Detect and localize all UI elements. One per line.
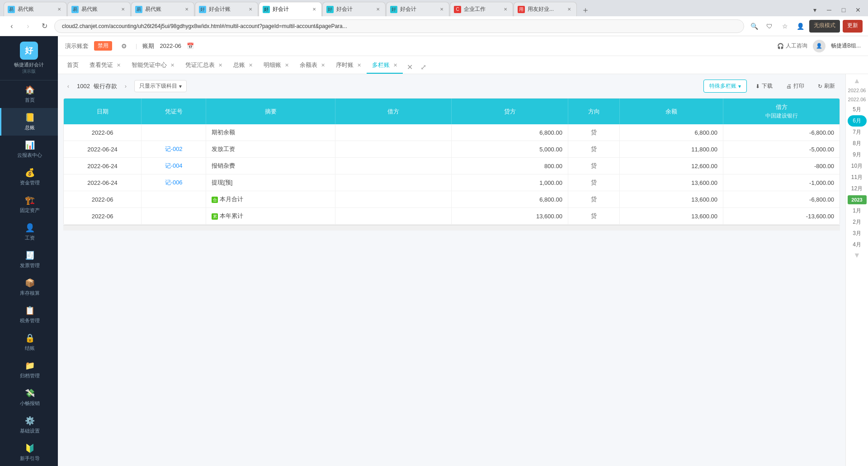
timeline-year-2023-badge[interactable]: 2023 bbox=[848, 195, 867, 204]
browser-tab-6[interactable]: 好 好会计 ✕ bbox=[322, 2, 386, 16]
wuhen-mode-button[interactable]: 无痕模式 bbox=[809, 20, 840, 33]
address-actions: 🔍 🛡 ☆ 👤 无痕模式 更新 bbox=[748, 20, 863, 33]
back-button[interactable]: ‹ bbox=[5, 20, 18, 33]
page-tab-voucher-close[interactable]: ✕ bbox=[117, 62, 121, 68]
page-tab-detail[interactable]: 明细账 ✕ bbox=[258, 57, 294, 74]
update-button[interactable]: 更新 bbox=[843, 20, 863, 33]
expand-panel-button[interactable]: ⤢ bbox=[416, 60, 430, 74]
sidebar-item-guide[interactable]: 🔰 新手引导 bbox=[0, 439, 58, 466]
tab-close-2[interactable]: ✕ bbox=[119, 6, 127, 13]
timeline-month-jan[interactable]: 1月 bbox=[848, 205, 867, 217]
timeline-scroll-down[interactable]: ▼ bbox=[854, 251, 861, 259]
browser-tab-3[interactable]: 易 易代账 ✕ bbox=[131, 2, 194, 16]
refresh-button[interactable]: ↻ 刷新 bbox=[813, 80, 840, 93]
sidebar-label-expense: 小畅报销 bbox=[20, 400, 40, 407]
sidebar-item-funds[interactable]: 💰 资金管理 bbox=[0, 163, 58, 191]
timeline-month-june[interactable]: 6月 bbox=[848, 115, 867, 127]
timeline-month-oct[interactable]: 10月 bbox=[848, 160, 867, 172]
sidebar-label-ledger: 总账 bbox=[25, 124, 35, 131]
sidebar-item-assets[interactable]: 🏗️ 固定资产 bbox=[0, 191, 58, 218]
browser-tab-4[interactable]: 好 好会计账 ✕ bbox=[195, 2, 258, 16]
timeline-month-nov[interactable]: 11月 bbox=[848, 172, 867, 183]
sidebar-item-ledger[interactable]: 📒 总账 bbox=[0, 108, 58, 136]
download-button[interactable]: ⬇ 下载 bbox=[750, 80, 778, 93]
sidebar-item-reports[interactable]: 📊 云报表中心 bbox=[0, 136, 58, 163]
page-tab-balance[interactable]: 余额表 ✕ bbox=[294, 57, 330, 74]
page-tab-summary-close[interactable]: ✕ bbox=[218, 62, 222, 68]
tab-close-5[interactable]: ✕ bbox=[311, 6, 318, 13]
voucher-link[interactable]: 记-002 bbox=[165, 146, 183, 152]
timeline-scroll-up[interactable]: ▲ bbox=[854, 77, 861, 85]
page-tab-smart[interactable]: 智能凭证中心 ✕ bbox=[126, 57, 180, 74]
show-sub-accounts-button[interactable]: 只显示下级科目 ▾ bbox=[134, 80, 187, 92]
close-window-button[interactable]: ✕ bbox=[852, 4, 864, 16]
timeline-month-dec[interactable]: 12月 bbox=[848, 183, 867, 194]
page-tab-journal-close[interactable]: ✕ bbox=[357, 62, 361, 68]
consult-button[interactable]: 🎧 人工咨询 bbox=[777, 42, 807, 50]
minimize-button[interactable]: ─ bbox=[823, 4, 835, 16]
address-input[interactable] bbox=[54, 19, 744, 33]
profile-icon[interactable]: 👤 bbox=[794, 20, 807, 33]
tab-close-1[interactable]: ✕ bbox=[56, 6, 63, 13]
page-tab-general[interactable]: 总账 ✕ bbox=[228, 57, 258, 74]
reload-button[interactable]: ↻ bbox=[38, 20, 51, 33]
timeline-month-apr[interactable]: 4月 bbox=[848, 239, 867, 250]
collapse-panel-button[interactable]: ✕ bbox=[403, 60, 416, 74]
tab-close-8[interactable]: ✕ bbox=[502, 6, 509, 13]
topbar-settings-icon[interactable]: ⚙ bbox=[118, 40, 130, 52]
new-tab-button[interactable]: ＋ bbox=[579, 4, 592, 16]
voucher-link[interactable]: 记-006 bbox=[165, 179, 183, 186]
horizontal-scrollbar[interactable] bbox=[63, 225, 840, 231]
page-tab-journal[interactable]: 序时账 ✕ bbox=[330, 57, 367, 74]
timeline-month-sep[interactable]: 9月 bbox=[848, 149, 867, 160]
special-multi-column-button[interactable]: 特殊多栏账 ▾ bbox=[703, 80, 747, 93]
maximize-button[interactable]: □ bbox=[837, 4, 850, 16]
page-tab-multicolumn-close[interactable]: ✕ bbox=[393, 62, 397, 68]
browser-tab-8[interactable]: C 企业工作 ✕ bbox=[450, 2, 513, 16]
cell-balance: 13,600.00 bbox=[620, 174, 723, 191]
sidebar-item-expense[interactable]: 💸 小畅报销 bbox=[0, 384, 58, 411]
tab-close-3[interactable]: ✕ bbox=[183, 6, 190, 13]
star-icon[interactable]: ☆ bbox=[778, 20, 791, 33]
voucher-link[interactable]: 记-004 bbox=[165, 162, 183, 169]
tab-list-button[interactable]: ▾ bbox=[808, 4, 821, 16]
prev-account-button[interactable]: ‹ bbox=[63, 81, 73, 91]
forward-button[interactable]: › bbox=[22, 20, 34, 33]
page-tab-summary[interactable]: 凭证汇总表 ✕ bbox=[180, 57, 228, 74]
browser-tab-2[interactable]: 易 易代账 ✕ bbox=[67, 2, 131, 16]
print-button[interactable]: 🖨 打印 bbox=[781, 80, 809, 93]
shield-icon[interactable]: 🛡 bbox=[763, 20, 776, 33]
browser-tab-1[interactable]: 易 易代账 ✕ bbox=[4, 2, 67, 16]
page-tab-smart-close[interactable]: ✕ bbox=[170, 62, 175, 68]
page-tab-multicolumn[interactable]: 多栏账 ✕ bbox=[367, 57, 403, 74]
sidebar-item-tax[interactable]: 📋 税务管理 bbox=[0, 301, 58, 329]
timeline-month-mar[interactable]: 3月 bbox=[848, 228, 867, 239]
search-icon[interactable]: 🔍 bbox=[748, 20, 760, 33]
timeline-month-july[interactable]: 7月 bbox=[848, 127, 867, 138]
sidebar-item-home[interactable]: 🏠 首页 bbox=[0, 80, 58, 108]
page-tab-home[interactable]: 首页 bbox=[61, 57, 84, 74]
browser-tab-5[interactable]: 好 好会计 ✕ bbox=[259, 2, 322, 16]
timeline-month-may[interactable]: 5月 bbox=[848, 104, 867, 115]
sidebar-item-settings[interactable]: ⚙️ 基础设置 bbox=[0, 411, 58, 439]
sidebar-item-archive[interactable]: 📁 归档管理 bbox=[0, 356, 58, 384]
tab-close-4[interactable]: ✕ bbox=[247, 6, 254, 13]
tab-label-3: 易代账 bbox=[145, 5, 180, 13]
next-account-button[interactable]: › bbox=[121, 81, 131, 91]
page-tab-general-close[interactable]: ✕ bbox=[249, 62, 253, 68]
timeline-month-feb[interactable]: 2月 bbox=[848, 217, 867, 228]
sidebar-item-invoice[interactable]: 🧾 发票管理 bbox=[0, 246, 58, 273]
sidebar-item-closing[interactable]: 🔒 结账 bbox=[0, 329, 58, 356]
tab-close-7[interactable]: ✕ bbox=[438, 6, 445, 13]
calendar-icon[interactable]: 📅 bbox=[187, 42, 194, 49]
browser-tab-7[interactable]: 好 好会计 ✕ bbox=[386, 2, 449, 16]
page-tab-voucher[interactable]: 查看凭证 ✕ bbox=[84, 57, 126, 74]
page-tab-detail-close[interactable]: ✕ bbox=[285, 62, 289, 68]
tab-close-9[interactable]: ✕ bbox=[566, 6, 573, 13]
sidebar-item-inventory[interactable]: 📦 库存核算 bbox=[0, 273, 58, 301]
tab-close-6[interactable]: ✕ bbox=[374, 6, 382, 13]
browser-tab-9[interactable]: 用 用友好业... ✕ bbox=[514, 2, 577, 16]
sidebar-item-salary[interactable]: 👤 工资 bbox=[0, 218, 58, 246]
timeline-month-aug[interactable]: 8月 bbox=[848, 138, 867, 149]
page-tab-balance-close[interactable]: ✕ bbox=[321, 62, 325, 68]
